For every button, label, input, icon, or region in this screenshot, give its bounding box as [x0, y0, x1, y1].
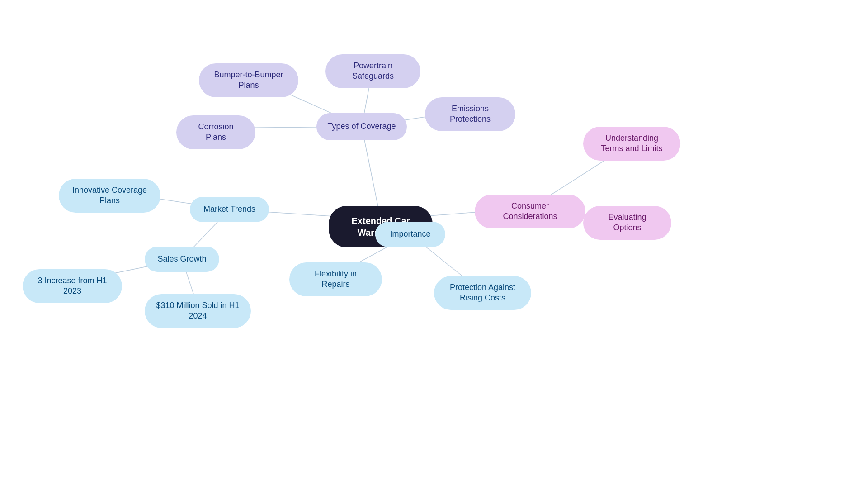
node-corrosionPlans[interactable]: Corrosion Plans [176, 115, 255, 149]
node-understandingTerms[interactable]: Understanding Terms and Limits [583, 127, 680, 161]
node-protectionRising[interactable]: Protection Against Rising Costs [434, 276, 531, 310]
node-bumperToBumper[interactable]: Bumper-to-Bumper Plans [199, 63, 298, 97]
node-increaseH1[interactable]: 3 Increase from H1 2023 [23, 269, 122, 303]
node-typesOfCoverage[interactable]: Types of Coverage [316, 113, 407, 140]
node-evaluatingOptions[interactable]: Evaluating Options [583, 206, 671, 240]
node-emissionsProtections[interactable]: Emissions Protections [425, 97, 515, 131]
mind-map: Extended Car WarrantiesTypes of Coverage… [0, 0, 868, 490]
node-importance[interactable]: Importance [375, 222, 445, 247]
node-powertrainSafeguards[interactable]: Powertrain Safeguards [326, 54, 420, 88]
node-millionSold[interactable]: $310 Million Sold in H1 2024 [145, 294, 251, 328]
node-marketTrends[interactable]: Market Trends [190, 197, 269, 222]
node-salesGrowth[interactable]: Sales Growth [145, 247, 219, 272]
node-innovativeCoverage[interactable]: Innovative Coverage Plans [59, 179, 160, 213]
node-flexibilityRepairs[interactable]: Flexibility in Repairs [289, 262, 382, 296]
node-consumerConsiderations[interactable]: Consumer Considerations [475, 195, 585, 228]
